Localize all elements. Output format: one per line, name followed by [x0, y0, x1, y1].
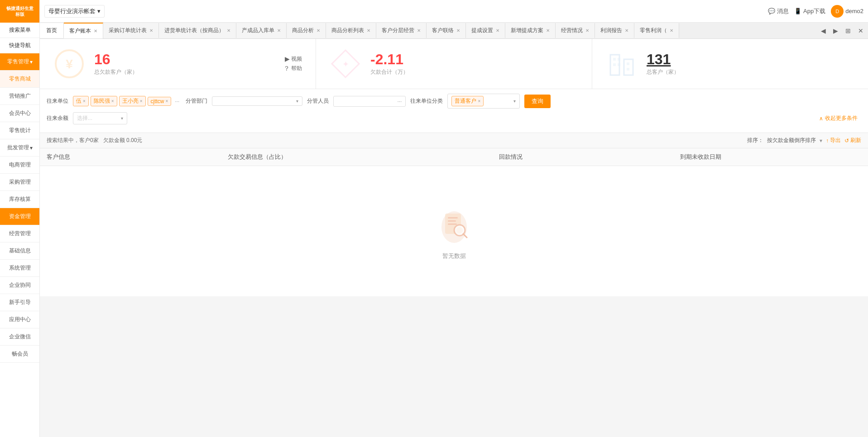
tabs-expand-btn[interactable]: ⊞: [843, 25, 854, 36]
tab-close-product-analysis-list[interactable]: ✕: [367, 28, 370, 33]
stat-card-total-customers: 131 总客户（家）: [592, 39, 868, 89]
sidebar-item-search[interactable]: 搜索菜单: [0, 23, 39, 38]
sidebar-item-new-guide[interactable]: 新手引导: [0, 294, 39, 311]
unit-tag-chen[interactable]: 陈民强 ×: [91, 96, 117, 106]
collapse-btn[interactable]: ∧ 收起更多条件: [815, 113, 861, 124]
svg-text:✦: ✦: [342, 60, 349, 69]
dept-filter-label: 分管部门: [186, 97, 207, 105]
table-col-repayment: 回款情况: [499, 153, 680, 161]
unit-tag-wang-close[interactable]: ×: [140, 99, 143, 104]
tab-close-improve-settings[interactable]: ✕: [496, 28, 499, 33]
unit-tag-chen-close[interactable]: ×: [111, 99, 114, 104]
person-filter-dots[interactable]: ···: [397, 98, 402, 104]
svg-rect-11: [627, 68, 629, 71]
query-button[interactable]: 查询: [524, 95, 551, 108]
tab-product-analysis-list[interactable]: 商品分析列表 ✕: [326, 23, 376, 38]
sidebar-item-system-mgmt[interactable]: 系统管理: [0, 260, 39, 277]
stat-card-debt-amount: ✦ -2.11 欠款合计（万）: [316, 39, 592, 89]
tab-new-improve[interactable]: 新增提成方案 ✕: [505, 23, 556, 38]
chevron-up-icon: ∧: [819, 115, 823, 122]
tab-inbound-stat[interactable]: 进货单统计表（按商品） ✕: [159, 23, 236, 38]
tabs-prev-btn[interactable]: ◀: [818, 25, 829, 36]
tab-close-inbound-stat[interactable]: ✕: [227, 28, 230, 33]
sidebar-item-retail-stat[interactable]: 零售统计: [0, 122, 39, 139]
tab-purchase-order[interactable]: 采购订单统计表 ✕: [103, 23, 159, 38]
filter-row-1: 往来单位 伍 × 陈民强 × 王小亮 × cjttcw: [47, 94, 861, 109]
table-header: 客户信息 欠款交易信息（占比） 回款情况 到期未收款日期: [40, 148, 868, 166]
sidebar-item-finance-mgmt[interactable]: 资金管理: [0, 208, 39, 225]
tab-close-product-analysis[interactable]: ✕: [317, 28, 320, 33]
unit-class-filter-select[interactable]: 普通客户 × ▾: [447, 94, 520, 109]
svg-rect-5: [624, 59, 633, 75]
tab-close-customer-account[interactable]: ✕: [94, 28, 97, 33]
sidebar: 畅捷通好生意 标版 搜索菜单 快捷导航 零售管理 ▾ 零售商城 营销推广 会员中…: [0, 0, 40, 437]
message-icon: 💬: [768, 8, 775, 14]
sidebar-item-ecommerce-mgmt[interactable]: 电商管理: [0, 157, 39, 174]
sidebar-item-wholesale-mgmt[interactable]: 批发管理 ▾: [0, 139, 39, 157]
tab-close-purchase-order[interactable]: ✕: [149, 28, 153, 33]
dept-filter-select[interactable]: ▾: [212, 96, 302, 106]
tab-home[interactable]: 首页: [40, 23, 64, 38]
unit-filter-label: 往来单位: [47, 97, 68, 105]
diamond-icon: ✦: [330, 48, 361, 80]
unit-tags-more[interactable]: ···: [173, 97, 181, 105]
refresh-btn[interactable]: ↺ 刷新: [844, 137, 861, 144]
tab-close-product-inbound[interactable]: ✕: [277, 28, 281, 33]
tabs-next-btn[interactable]: ▶: [830, 25, 841, 36]
avatar: D: [831, 5, 844, 18]
tab-retail-profit[interactable]: 零售利润（ ✕: [634, 23, 679, 38]
tab-product-analysis[interactable]: 商品分析 ✕: [287, 23, 326, 38]
sidebar-item-basic-info[interactable]: 基础信息: [0, 242, 39, 260]
unit-class-tag-normal-close[interactable]: ×: [478, 99, 480, 104]
balance-filter-select[interactable]: 选择... ▾: [73, 112, 127, 124]
refresh-icon: ↺: [844, 138, 849, 144]
tab-close-customer-contact[interactable]: ✕: [456, 28, 460, 33]
user-account[interactable]: D demo2: [831, 5, 863, 18]
tab-close-operation-status[interactable]: ✕: [585, 28, 589, 33]
app-download-btn[interactable]: 📱 App下载: [794, 7, 825, 15]
sidebar-item-retail-mall[interactable]: 零售商城: [0, 71, 39, 88]
unit-tag-cjttcw-close[interactable]: ×: [166, 99, 168, 104]
sidebar-item-enterprise-wechat[interactable]: 企业微信: [0, 328, 39, 346]
sort-value[interactable]: 按欠款金额倒序排序: [767, 137, 816, 144]
sidebar-logo[interactable]: 畅捷通好生意 标版: [0, 0, 39, 23]
tab-close-profit-report[interactable]: ✕: [625, 28, 628, 33]
video-link[interactable]: ▶ 视频: [285, 55, 302, 63]
sidebar-item-purchase-mgmt[interactable]: 采购管理: [0, 174, 39, 191]
unit-class-tag-normal[interactable]: 普通客户 ×: [451, 96, 484, 106]
sidebar-item-marketing[interactable]: 营销推广: [0, 88, 39, 105]
tab-close-retail-profit[interactable]: ✕: [670, 28, 673, 33]
person-filter-select[interactable]: ···: [333, 96, 406, 107]
export-btn[interactable]: ↑ 导出: [826, 137, 841, 144]
help-link[interactable]: ？ 帮助: [283, 65, 302, 73]
sidebar-item-member-vip[interactable]: 畅会员: [0, 346, 39, 363]
unit-tag-wang[interactable]: 王小亮 ×: [119, 96, 146, 106]
sidebar-item-member[interactable]: 会员中心: [0, 105, 39, 122]
account-selector[interactable]: 母婴行业演示帐套 ▾: [44, 5, 105, 18]
tabs-close-all-btn[interactable]: ✕: [855, 25, 866, 36]
sidebar-item-operation-mgmt[interactable]: 经营管理: [0, 225, 39, 242]
help-icon: ？: [283, 65, 290, 73]
tab-profit-report[interactable]: 利润报告 ✕: [595, 23, 634, 38]
tab-customer-segment[interactable]: 客户分层经营 ✕: [376, 23, 427, 38]
tab-customer-contact[interactable]: 客户联络 ✕: [427, 23, 466, 38]
sidebar-item-app-center[interactable]: 应用中心: [0, 311, 39, 328]
tab-customer-account[interactable]: 客户账本 ✕: [64, 23, 103, 38]
sidebar-item-enterprise-agreement[interactable]: 企业协同: [0, 277, 39, 294]
tab-operation-status[interactable]: 经营情况 ✕: [556, 23, 595, 38]
unit-tag-cjttcw[interactable]: cjttcw ×: [148, 97, 172, 106]
tab-product-inbound[interactable]: 产成品入库单 ✕: [236, 23, 287, 38]
table-col-due-date: 到期未收款日期: [680, 153, 861, 161]
sidebar-item-quick-nav[interactable]: 快捷导航: [0, 38, 39, 53]
tab-improve-settings[interactable]: 提成设置 ✕: [466, 23, 505, 38]
tab-close-customer-segment[interactable]: ✕: [417, 28, 421, 33]
unit-tag-wu[interactable]: 伍 ×: [73, 96, 89, 106]
unit-tag-wu-close[interactable]: ×: [83, 99, 86, 104]
topbar-left: 母婴行业演示帐套 ▾: [44, 5, 105, 18]
sidebar-item-retail-mgmt[interactable]: 零售管理 ▾: [0, 53, 39, 71]
table-col-debt-info: 欠款交易信息（占比）: [228, 153, 499, 161]
sidebar-item-inventory[interactable]: 库存核算: [0, 191, 39, 208]
svg-rect-10: [627, 62, 629, 65]
message-btn[interactable]: 💬 消息: [768, 7, 789, 15]
tab-close-new-improve[interactable]: ✕: [546, 28, 550, 33]
